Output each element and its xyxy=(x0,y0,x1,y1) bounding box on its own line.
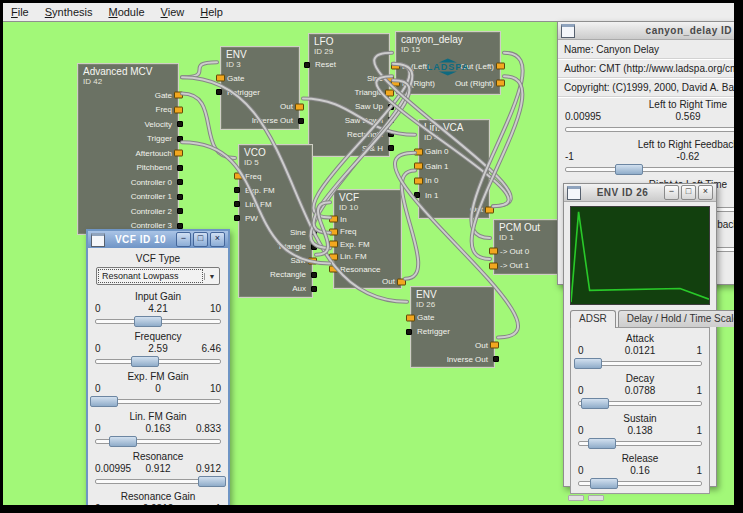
port-out[interactable]: Aux xyxy=(239,283,312,295)
connected-jack-icon[interactable] xyxy=(329,228,338,235)
port-socket-icon[interactable] xyxy=(216,89,222,95)
connected-jack-icon[interactable] xyxy=(397,278,406,285)
port-in[interactable]: Retrigger xyxy=(221,86,299,98)
port-socket-icon[interactable] xyxy=(177,223,183,229)
port-out[interactable]: Aftertouch xyxy=(78,147,178,159)
port-out[interactable]: Out xyxy=(419,204,489,216)
connected-jack-icon[interactable] xyxy=(485,206,494,213)
port-out[interactable]: Out xyxy=(334,276,401,288)
port-socket-icon[interactable] xyxy=(177,136,183,142)
slider-track[interactable] xyxy=(578,477,702,489)
menu-item-view[interactable]: View xyxy=(153,5,193,19)
tab-delay-hold-time-scale[interactable]: Delay / Hold / Time Scale xyxy=(618,310,734,327)
slider-track[interactable] xyxy=(95,475,221,487)
port-socket-icon[interactable] xyxy=(311,229,317,235)
port-socket-icon[interactable] xyxy=(177,208,183,214)
connected-jack-icon[interactable] xyxy=(234,173,243,180)
connected-jack-icon[interactable] xyxy=(174,106,183,113)
connected-jack-icon[interactable] xyxy=(414,163,423,170)
maximize-button[interactable]: □ xyxy=(193,232,208,247)
port-socket-icon[interactable] xyxy=(493,356,499,362)
port-in[interactable]: Reset xyxy=(309,59,389,71)
connected-jack-icon[interactable] xyxy=(496,63,505,70)
port-out[interactable]: Inverse Out xyxy=(221,115,299,127)
slider-thumb[interactable] xyxy=(131,356,159,367)
connected-jack-icon[interactable] xyxy=(329,266,338,273)
resize-grip[interactable] xyxy=(568,495,584,501)
vcf-type-combobox[interactable]: Resonant Lowpass ▼ xyxy=(96,267,220,285)
port-out[interactable]: Saw Down xyxy=(309,114,389,126)
connected-jack-icon[interactable] xyxy=(414,148,423,155)
connected-jack-icon[interactable] xyxy=(490,342,499,349)
port-socket-icon[interactable] xyxy=(177,194,183,200)
slider-track[interactable] xyxy=(95,355,221,367)
port-out[interactable]: Inverse Out xyxy=(411,353,494,365)
menu-item-synthesis[interactable]: Synthesis xyxy=(37,5,101,19)
port-out[interactable]: S & H xyxy=(309,142,389,154)
port-socket-icon[interactable] xyxy=(388,131,394,137)
module-mcv[interactable]: Advanced MCVID 42GateFreqVelocityTrigger… xyxy=(77,63,179,235)
port-in[interactable]: Freq xyxy=(334,226,401,238)
port-in[interactable]: In 1 xyxy=(419,189,489,201)
connected-jack-icon[interactable] xyxy=(406,314,415,321)
slider-thumb[interactable] xyxy=(590,478,618,489)
port-out[interactable]: Saw Up xyxy=(309,101,389,113)
port-socket-icon[interactable] xyxy=(406,329,412,335)
module-vco[interactable]: VCOID 5FreqExp. FMLin. FMPWSineTriangleS… xyxy=(238,144,313,298)
maximize-button[interactable]: □ xyxy=(681,185,696,200)
slider-track[interactable] xyxy=(95,315,221,327)
port-in[interactable]: In 0 xyxy=(419,175,489,187)
connected-jack-icon[interactable] xyxy=(391,80,400,87)
port-socket-icon[interactable] xyxy=(388,145,394,151)
vcf-title-bar[interactable]: VCF ID 10 −□× xyxy=(88,231,228,248)
minimize-button[interactable]: − xyxy=(176,232,191,247)
port-in[interactable]: Gain 0 xyxy=(419,146,489,158)
slider-thumb[interactable] xyxy=(588,438,616,449)
module-env26[interactable]: ENVID 26GateRetriggerOutInverse Out xyxy=(410,286,495,368)
port-out[interactable]: Rectangle xyxy=(239,269,312,281)
port-out[interactable]: Velocity xyxy=(78,118,178,130)
connected-jack-icon[interactable] xyxy=(174,92,183,99)
module-env3[interactable]: ENVID 3GateRetriggerOutInverse Out xyxy=(220,46,300,130)
module-canyon[interactable]: canyon_delayID 15In (Left)Out (Left)In (… xyxy=(395,31,501,95)
slider-thumb[interactable] xyxy=(198,476,226,487)
port-in[interactable]: Lin. FM xyxy=(334,251,401,263)
port-in[interactable]: Retrigger xyxy=(411,326,494,338)
port-in[interactable]: Exp. FM xyxy=(239,184,312,196)
port-out[interactable]: Saw xyxy=(239,255,312,267)
port-in[interactable]: In (Right) xyxy=(396,77,448,89)
port-socket-icon[interactable] xyxy=(234,187,240,193)
port-out[interactable]: Freq xyxy=(78,104,178,116)
slider-track[interactable] xyxy=(95,395,221,407)
port-out[interactable]: Pitchbend xyxy=(78,162,178,174)
connected-jack-icon[interactable] xyxy=(496,80,505,87)
port-out[interactable]: Triangle xyxy=(239,241,312,253)
slider-thumb[interactable] xyxy=(615,164,643,175)
port-socket-icon[interactable] xyxy=(298,118,304,124)
module-lfo[interactable]: LFOID 29ResetSineTriangleSaw UpSaw DownR… xyxy=(308,33,390,157)
connected-jack-icon[interactable] xyxy=(489,248,498,255)
port-socket-icon[interactable] xyxy=(388,104,394,110)
port-out[interactable]: Out (Right) xyxy=(448,77,500,89)
port-socket-icon[interactable] xyxy=(177,165,183,171)
slider-thumb[interactable] xyxy=(574,358,602,369)
slider-thumb[interactable] xyxy=(134,316,162,327)
port-in[interactable]: -> Out 0 xyxy=(494,245,558,257)
connected-jack-icon[interactable] xyxy=(391,63,400,70)
slider-thumb[interactable] xyxy=(109,436,137,447)
close-button[interactable]: × xyxy=(210,232,225,247)
port-socket-icon[interactable] xyxy=(414,192,420,198)
port-out[interactable]: Controller 1 xyxy=(78,191,178,203)
port-out[interactable]: Triangle xyxy=(309,87,389,99)
connected-jack-icon[interactable] xyxy=(489,262,498,269)
slider-track[interactable] xyxy=(95,435,221,447)
dialog-vcf-10[interactable]: VCF ID 10 −□× VCF Type Resonant Lowpass … xyxy=(86,229,230,505)
port-socket-icon[interactable] xyxy=(388,117,394,123)
connected-jack-icon[interactable] xyxy=(308,257,317,264)
slider-track[interactable] xyxy=(565,123,734,135)
connected-jack-icon[interactable] xyxy=(329,241,338,248)
port-in[interactable]: Exp. FM xyxy=(334,238,401,250)
canyon-title-bar[interactable]: canyon_delay ID 15 xyxy=(558,22,734,40)
port-out[interactable]: Out xyxy=(221,101,299,113)
port-out[interactable]: Trigger xyxy=(78,133,178,145)
